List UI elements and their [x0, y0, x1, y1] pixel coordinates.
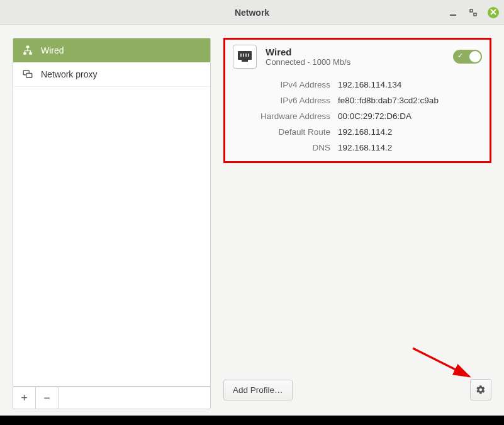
- bottom-border: [0, 416, 504, 425]
- connection-panel-highlight: Wired Connected - 1000 Mb/s ✓ IPv4 Addre…: [223, 38, 491, 163]
- svg-rect-3: [26, 46, 30, 48]
- proxy-icon: [22, 69, 33, 80]
- close-button[interactable]: [488, 7, 499, 18]
- window-titlebar: Network: [0, 0, 504, 25]
- gear-icon: [476, 385, 486, 395]
- sidebar-item-label: Network proxy: [41, 69, 97, 79]
- remove-connection-button[interactable]: −: [36, 387, 59, 409]
- maximize-button[interactable]: [468, 7, 479, 18]
- svg-rect-12: [245, 54, 247, 57]
- sidebar-list: Wired Network proxy: [13, 38, 211, 387]
- connection-header: Wired Connected - 1000 Mb/s ✓: [233, 45, 482, 69]
- check-icon: ✓: [457, 52, 463, 60]
- ethernet-icon: [233, 45, 257, 69]
- detail-value: 192.168.114.2: [338, 127, 482, 137]
- detail-value: 192.168.114.134: [338, 80, 482, 89]
- svg-rect-2: [474, 13, 476, 16]
- svg-rect-10: [240, 54, 242, 57]
- sidebar-item-proxy[interactable]: Network proxy: [13, 62, 210, 87]
- detail-value: fe80::fd8b:dab7:3cd2:c9ab: [338, 96, 482, 105]
- annotation-arrow: [410, 345, 479, 383]
- minimize-icon: [449, 9, 457, 16]
- detail-label: Hardware Address: [233, 111, 330, 121]
- maximize-icon: [469, 9, 477, 16]
- detail-value: 192.168.114.2: [338, 143, 482, 152]
- connection-title-block: Wired Connected - 1000 Mb/s: [266, 47, 350, 67]
- connection-status: Connected - 1000 Mb/s: [266, 57, 350, 67]
- close-icon: [490, 9, 496, 15]
- window-title: Network: [235, 8, 269, 18]
- sidebar-item-wired[interactable]: Wired: [13, 38, 210, 62]
- window-controls: [447, 7, 499, 18]
- detail-label: IPv4 Address: [233, 80, 330, 89]
- svg-rect-13: [248, 54, 249, 57]
- minimize-button[interactable]: [447, 7, 459, 18]
- svg-rect-7: [26, 74, 32, 78]
- sidebar-footer: + −: [13, 387, 211, 409]
- svg-rect-9: [242, 58, 248, 62]
- svg-rect-4: [23, 52, 26, 55]
- add-profile-button[interactable]: Add Profile…: [223, 380, 293, 400]
- main-panel: Wired Connected - 1000 Mb/s ✓ IPv4 Addre…: [211, 38, 498, 409]
- detail-label: DNS: [233, 143, 330, 152]
- svg-rect-11: [243, 54, 244, 57]
- connection-toggle[interactable]: ✓: [453, 50, 482, 64]
- connection-details: IPv4 Address 192.168.114.134 IPv6 Addres…: [233, 80, 482, 152]
- svg-rect-5: [29, 52, 32, 55]
- svg-rect-0: [450, 14, 456, 16]
- sidebar-item-label: Wired: [41, 45, 64, 55]
- svg-rect-1: [470, 9, 473, 12]
- detail-label: Default Route: [233, 127, 330, 137]
- sidebar: Wired Network proxy + −: [13, 38, 211, 409]
- content-area: Wired Network proxy + −: [0, 25, 504, 416]
- detail-label: IPv6 Address: [233, 96, 330, 105]
- svg-line-14: [413, 348, 469, 377]
- detail-value: 00:0C:29:72:D6:DA: [338, 111, 482, 121]
- connection-title: Wired: [266, 47, 350, 57]
- add-connection-button[interactable]: +: [13, 387, 36, 409]
- wired-icon: [22, 45, 33, 56]
